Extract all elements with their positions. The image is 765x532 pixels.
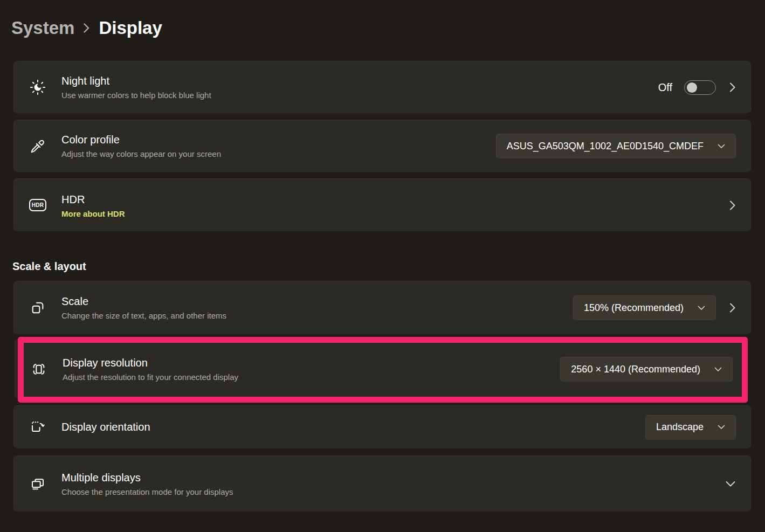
chevron-down-icon — [718, 144, 725, 149]
color-profile-title: Color profile — [61, 133, 221, 147]
display-resolution-subtitle: Adjust the resolution to fit your connec… — [63, 372, 238, 383]
display-resolution-dropdown[interactable]: 2560 × 1440 (Recommended) — [560, 357, 733, 382]
night-light-row[interactable]: Night light Use warmer colors to help bl… — [13, 61, 751, 114]
display-orientation-icon — [29, 419, 46, 436]
chevron-down-icon — [718, 425, 725, 430]
hdr-title: HDR — [61, 192, 125, 207]
color-profile-dropdown[interactable]: ASUS_GA503QM_1002_AE0D1540_CMDEF — [496, 134, 736, 158]
color-profile-value: ASUS_GA503QM_1002_AE0D1540_CMDEF — [507, 141, 704, 152]
night-light-subtitle: Use warmer colors to help block blue lig… — [61, 90, 211, 101]
breadcrumb-chevron-icon — [83, 22, 90, 34]
more-about-hdr-link[interactable]: More about HDR — [61, 209, 125, 218]
night-light-chevron-right-icon[interactable] — [729, 82, 736, 93]
chevron-down-icon — [698, 306, 705, 310]
scale-icon — [29, 299, 46, 316]
scale-row[interactable]: Scale Change the size of text, apps, and… — [13, 281, 751, 335]
color-profile-row: Color profile Adjust the way colors appe… — [13, 120, 751, 172]
display-resolution-row[interactable]: Display resolution Adjust the resolution… — [15, 340, 748, 399]
scale-value: 150% (Recommended) — [584, 302, 684, 314]
night-light-title: Night light — [61, 74, 211, 88]
multiple-displays-subtitle: Choose the presentation mode for your di… — [61, 487, 233, 498]
display-resolution-title: Display resolution — [63, 356, 238, 370]
multiple-displays-icon — [29, 475, 46, 493]
chevron-down-icon — [714, 367, 722, 372]
scale-title: Scale — [61, 294, 226, 309]
hdr-row[interactable]: HDR HDR More about HDR — [13, 178, 751, 232]
breadcrumb-system[interactable]: System — [11, 18, 74, 38]
night-light-toggle-state: Off — [658, 81, 672, 94]
display-orientation-value: Landscape — [656, 422, 704, 433]
scale-dropdown[interactable]: 150% (Recommended) — [573, 295, 716, 320]
multiple-displays-chevron-down-icon[interactable] — [725, 481, 736, 487]
settings-display-page: System Display Night light Use warmer co… — [0, 0, 765, 532]
hdr-chevron-right-icon[interactable] — [729, 200, 736, 211]
breadcrumb-display: Display — [99, 18, 162, 38]
multiple-displays-row[interactable]: Multiple displays Choose the presentatio… — [13, 455, 751, 512]
night-light-toggle[interactable] — [684, 80, 716, 95]
color-profile-subtitle: Adjust the way colors appear on your scr… — [61, 149, 221, 160]
scale-layout-section-header: Scale & layout — [12, 260, 86, 273]
multiple-displays-title: Multiple displays — [61, 471, 233, 485]
display-orientation-row: Display orientation Landscape — [13, 405, 751, 449]
scale-subtitle: Change the size of text, apps, and other… — [61, 310, 226, 321]
display-resolution-icon — [30, 361, 47, 378]
toggle-knob — [687, 82, 697, 93]
display-orientation-dropdown[interactable]: Landscape — [645, 415, 736, 440]
scale-chevron-right-icon[interactable] — [729, 302, 736, 313]
display-resolution-value: 2560 × 1440 (Recommended) — [571, 364, 700, 375]
display-orientation-title: Display orientation — [61, 420, 150, 434]
breadcrumb: System Display — [11, 18, 162, 38]
eyedropper-icon — [29, 137, 46, 155]
hdr-icon: HDR — [29, 199, 46, 211]
night-light-icon — [29, 79, 46, 96]
